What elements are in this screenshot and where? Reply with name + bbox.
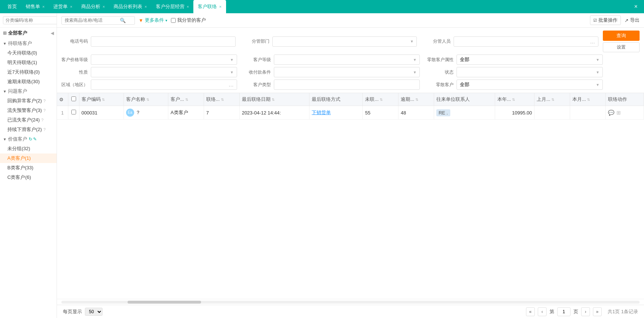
filter-nature-label: 性质 [61, 69, 91, 75]
filter-price-tier-select[interactable]: ▼ [91, 54, 237, 65]
sidebar-item-a-class[interactable]: A类客户(1) [0, 153, 57, 163]
my-customers-checkbox[interactable] [171, 18, 176, 23]
row-last-contact-type[interactable]: 下销货单 [310, 106, 363, 120]
nav-purchase-close[interactable]: × [70, 4, 72, 9]
help-icon-1[interactable]: ? [43, 99, 46, 103]
refresh-icon[interactable]: ↻ [29, 137, 32, 142]
row-this-month [570, 106, 606, 120]
row-last-month [534, 106, 570, 120]
filter-region-select[interactable]: … [91, 80, 237, 90]
query-button[interactable]: 查询 [603, 31, 640, 41]
sort-icon-last-month[interactable]: ⇅ [551, 98, 554, 102]
triangle-down-icon: ▼ [3, 42, 7, 46]
sidebar-search-input[interactable] [3, 16, 57, 24]
filter-search-box: 🔍 [61, 16, 135, 25]
filter-search-icon[interactable]: 🔍 [120, 18, 126, 23]
nav-product-analysis-list[interactable]: 商品分析列表 × [109, 0, 151, 13]
sort-icon-contact[interactable]: ⇅ [221, 98, 224, 102]
next-page-button[interactable]: › [581, 307, 590, 316]
sort-icon-this-year[interactable]: ⇅ [512, 98, 515, 102]
edit-value-icon[interactable]: ✎ [33, 137, 37, 142]
filter-customer-type-input[interactable] [274, 80, 420, 90]
page-number-input[interactable] [557, 307, 570, 316]
filter-phone-field: 电话号码 [61, 36, 236, 47]
nav-customer-contact[interactable]: 客户联络 × [193, 0, 226, 13]
filter-status-select[interactable]: ▼ [457, 67, 603, 77]
filter-phone-input[interactable] [91, 36, 236, 47]
filter-payment-select[interactable]: ▼ [274, 67, 420, 77]
sidebar-item-today-contact[interactable]: 今天待联络(0) [0, 48, 57, 58]
table-select-all-col[interactable] [68, 93, 79, 106]
horizontal-scrollbar-track[interactable] [61, 301, 640, 304]
filter-icon: ▼ [139, 18, 143, 23]
dept-chevron-icon: ▼ [410, 39, 414, 43]
sort-icon-overdue[interactable]: ⇅ [415, 98, 418, 102]
filter-region-field: 区域（地区） … [61, 80, 237, 90]
sidebar-item-churned[interactable]: 已流失客户(24) ? [0, 115, 57, 125]
sidebar-group-value-customers[interactable]: ▼ 价值客户 ↻ ✎ [0, 134, 57, 144]
nav-sales-close[interactable]: × [42, 4, 44, 9]
select-all-checkbox[interactable] [71, 96, 76, 101]
sidebar-item-c-class[interactable]: C类客户(6) [0, 173, 57, 182]
my-customers-checkbox-label[interactable]: 我分管的客户 [171, 17, 206, 24]
window-close-button[interactable]: × [631, 1, 641, 12]
sidebar-item-overdue-contact[interactable]: 逾期未联络(30) [0, 77, 57, 86]
chat-action-icon[interactable]: 💬 [608, 110, 614, 116]
page-size-select[interactable]: 50 [85, 308, 103, 316]
nav-customer-contact-close[interactable]: × [219, 4, 221, 9]
triangle-down-icon-3: ▼ [3, 137, 7, 141]
sort-icon-code[interactable]: ⇅ [102, 98, 105, 102]
table-settings-col[interactable]: ⚙ [57, 93, 68, 106]
sort-icon-last-date[interactable]: ⇅ [272, 98, 275, 102]
row-checkbox[interactable] [71, 110, 76, 114]
settings-button[interactable]: 设置 [603, 42, 640, 52]
region-dots-icon: … [229, 82, 234, 88]
filter-row-1: 电话号码 分管部门 ▼ 分管人员 [61, 31, 640, 52]
sidebar-item-declining[interactable]: 持续下滑客户(2) ? [0, 125, 57, 134]
nav-sales[interactable]: 销售单 × [21, 0, 49, 13]
filter-person-select[interactable]: … [454, 36, 598, 47]
sidebar-item-b-class[interactable]: B类客户(33) [0, 163, 57, 173]
filter-dept-select[interactable]: ▼ [272, 36, 417, 47]
nav-home[interactable]: 首页 [3, 0, 21, 13]
nav-product-analysis[interactable]: 商品分析 × [77, 0, 109, 13]
sort-icon-name[interactable]: ⇅ [146, 98, 149, 102]
sort-icon-type[interactable]: ⇅ [185, 98, 188, 102]
last-page-button[interactable]: » [593, 307, 602, 316]
sidebar-item-churn-warning[interactable]: 流失预警客户(3) ? [0, 106, 57, 115]
row-code: 000031 [79, 106, 124, 120]
sidebar-group-pending-contact[interactable]: ▼ 待联络客户 [0, 39, 57, 48]
filter-search-input[interactable] [65, 18, 120, 23]
filter-nature-select[interactable]: ▼ [91, 67, 237, 77]
nav-customer-tier[interactable]: 客户分层经营 × [151, 0, 193, 13]
export-button[interactable]: ↗ 导出 [625, 17, 640, 24]
filter-dept-field: 分管部门 ▼ [243, 36, 417, 47]
sort-icon-no-contact[interactable]: ⇅ [380, 98, 383, 102]
filter-retail-attr-select[interactable]: 全部 ▼ [457, 54, 603, 65]
help-icon-3[interactable]: ? [41, 118, 43, 122]
sidebar-item-repurchase-abnormal[interactable]: 回购异常客户(2) ? [0, 96, 57, 106]
nav-customer-tier-close[interactable]: × [187, 4, 189, 9]
batch-op-button[interactable]: ☑ 批量操作 [590, 15, 621, 25]
sidebar-item-no-group[interactable]: 未分组(32) [0, 144, 57, 153]
sidebar-item-tomorrow-contact[interactable]: 明天待联络(1) [0, 58, 57, 67]
nav-purchase[interactable]: 进货单 × [49, 0, 76, 13]
prev-page-button[interactable]: ‹ [538, 307, 547, 316]
help-icon-2[interactable]: ? [43, 108, 46, 113]
sort-icon-this-month[interactable]: ⇅ [587, 98, 590, 102]
sidebar-item-7day-contact[interactable]: 近7天待联络(0) [0, 67, 57, 77]
nav-product-analysis-close[interactable]: × [103, 4, 105, 9]
more-conditions-button[interactable]: ▼ 更多条件 ▾ [139, 17, 167, 24]
help-icon-4[interactable]: ? [43, 127, 46, 132]
horizontal-scrollbar-thumb[interactable] [128, 301, 201, 304]
row-checkbox-cell[interactable] [68, 106, 79, 120]
sidebar-all-customers[interactable]: ⊞ 全部客户 ◀ [0, 28, 57, 39]
sidebar-group-problem-customers[interactable]: ▼ 问题客户 [0, 86, 57, 96]
filter-customer-tier-select[interactable]: ▼ [274, 54, 420, 65]
gear-icon[interactable]: ⚙ [59, 97, 64, 102]
nav-product-analysis-list-close[interactable]: × [144, 4, 147, 9]
qr-action-icon[interactable]: ⊞ [616, 110, 621, 116]
filter-status-label: 状态 [427, 69, 457, 75]
first-page-button[interactable]: « [526, 307, 535, 316]
filter-retail-customer-select[interactable]: 全部 ▼ [457, 80, 603, 90]
